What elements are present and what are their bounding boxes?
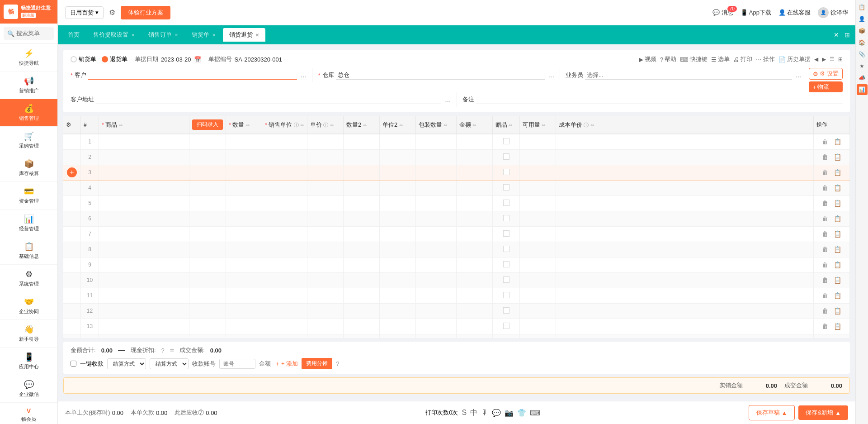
unit2-cell[interactable] [380, 334, 416, 338]
available-cell[interactable] [520, 180, 556, 195]
help-button[interactable]: ? 帮助 [660, 55, 676, 63]
sidebar-item-quick-nav[interactable]: ⚡ 快捷导航 [0, 44, 57, 71]
unit2-cell[interactable] [380, 226, 416, 242]
unit-cell[interactable] [262, 134, 307, 149]
delete-row-button[interactable]: 🗑 [821, 306, 829, 315]
gift-cell[interactable] [493, 257, 520, 272]
unit-cell[interactable] [262, 195, 307, 211]
price-cell[interactable] [307, 149, 344, 165]
tab-price-settings[interactable]: 售价提取设置 ✕ [87, 28, 141, 42]
gift-checkbox[interactable] [503, 230, 509, 237]
copy-row-button[interactable]: 📋 [833, 322, 842, 331]
customer-input[interactable] [88, 71, 297, 80]
tool-icon-3[interactable]: 🎙 [481, 409, 488, 417]
price-cell[interactable] [307, 272, 344, 288]
unit2-cell[interactable] [380, 180, 416, 195]
right-panel-btn-1[interactable]: 📋 [857, 2, 868, 13]
delete-row-button[interactable]: 🗑 [821, 229, 829, 238]
quantity-cell[interactable] [226, 242, 262, 257]
scan-button[interactable]: 扫码录入 [192, 119, 223, 130]
cost-price-cell[interactable] [556, 242, 814, 257]
copy-row-button[interactable]: 📋 [833, 229, 842, 238]
quantity-cell[interactable] [226, 288, 262, 303]
gift-cell[interactable] [493, 288, 520, 303]
sidebar-item-wechat[interactable]: 💬 企业微信 [0, 375, 57, 403]
copy-row-button[interactable]: 📋 [833, 276, 842, 285]
unit2-cell[interactable] [380, 195, 416, 211]
sidebar-item-operations[interactable]: 📊 经营管理 [0, 210, 57, 237]
unit-info-icon[interactable]: ⓘ [294, 122, 299, 128]
amount-cell[interactable] [457, 242, 493, 257]
available-cell[interactable] [520, 319, 556, 334]
user-menu[interactable]: 👤 徐泽华 [818, 7, 848, 18]
product-cell[interactable] [99, 272, 189, 288]
qty2-cell[interactable] [344, 288, 380, 303]
sidebar-item-marketing[interactable]: 📢 营销推广 [0, 71, 57, 99]
right-panel-btn-3[interactable]: 📦 [857, 25, 868, 36]
cost-price-cell[interactable] [556, 134, 814, 149]
sidebar-item-newbie[interactable]: 👋 新手引导 [0, 320, 57, 348]
price-cell[interactable] [307, 242, 344, 257]
unit2-cell[interactable] [380, 165, 416, 180]
available-cell[interactable] [520, 303, 556, 319]
delete-row-button[interactable]: 🗑 [821, 322, 829, 331]
available-cell[interactable] [520, 272, 556, 288]
available-cell[interactable] [520, 195, 556, 211]
unit-cell[interactable] [262, 257, 307, 272]
unit2-cell[interactable] [380, 242, 416, 257]
right-panel-btn-5[interactable]: 📎 [857, 49, 868, 60]
unit2-cell[interactable] [380, 211, 416, 226]
unit2-cell[interactable] [380, 272, 416, 288]
gift-cell[interactable] [493, 272, 520, 288]
tab-close-sales-invoice[interactable]: ✕ [212, 33, 216, 38]
pack-qty-cell[interactable] [416, 211, 457, 226]
quantity-cell[interactable] [226, 272, 262, 288]
delete-row-button[interactable]: 🗑 [821, 199, 829, 208]
gift-cell[interactable] [493, 303, 520, 319]
available-cell[interactable] [520, 226, 556, 242]
cost-price-cell[interactable] [556, 226, 814, 242]
available-cell[interactable] [520, 211, 556, 226]
unit2-cell[interactable] [380, 149, 416, 165]
gift-checkbox[interactable] [503, 184, 509, 191]
available-cell[interactable] [520, 288, 556, 303]
unit2-cell[interactable] [380, 257, 416, 272]
gift-checkbox[interactable] [503, 169, 509, 175]
calendar-icon[interactable]: 📅 [194, 56, 201, 63]
copy-row-button[interactable]: 📋 [833, 306, 842, 315]
qty2-cell[interactable] [344, 134, 380, 149]
sidebar-item-inventory[interactable]: 📦 库存核算 [0, 154, 57, 182]
available-cell[interactable] [520, 134, 556, 149]
qty2-cell[interactable] [344, 319, 380, 334]
right-panel-btn-2[interactable]: 👤 [857, 14, 868, 24]
expense-split-button[interactable]: 费用分摊 [302, 358, 332, 369]
qty2-cell[interactable] [344, 303, 380, 319]
salesperson-picker-button[interactable]: ... [796, 71, 802, 79]
product-cell[interactable] [99, 180, 189, 195]
summary-method-select[interactable]: 结算方式 [150, 358, 189, 369]
cost-price-cell[interactable] [556, 272, 814, 288]
gift-cell[interactable] [493, 180, 520, 195]
cost-price-cell[interactable] [556, 211, 814, 226]
delete-row-button[interactable]: 🗑 [821, 152, 829, 162]
gift-checkbox[interactable] [503, 153, 509, 160]
copy-row-button[interactable]: 📋 [833, 199, 842, 208]
product-cell[interactable] [99, 319, 189, 334]
pack-qty-cell[interactable] [416, 272, 457, 288]
qty2-cell[interactable] [344, 211, 380, 226]
tab-close-price-settings[interactable]: ✕ [131, 33, 135, 38]
cost-price-cell[interactable] [556, 165, 814, 180]
amount-cell[interactable] [457, 334, 493, 338]
gift-cell[interactable] [493, 226, 520, 242]
customer-picker-button[interactable]: ... [301, 71, 307, 79]
price-cell[interactable] [307, 334, 344, 338]
cost-price-cell[interactable] [556, 303, 814, 319]
pack-qty-cell[interactable] [416, 134, 457, 149]
price-cell[interactable] [307, 288, 344, 303]
sidebar-item-apps[interactable]: 📱 应用中心 [0, 348, 57, 375]
qty2-cell[interactable] [344, 226, 380, 242]
view-list-button[interactable]: ☰ [830, 56, 835, 62]
gift-checkbox[interactable] [503, 261, 509, 267]
note-input[interactable] [476, 95, 843, 104]
sidebar-item-member[interactable]: V 畅会员 [0, 403, 57, 424]
